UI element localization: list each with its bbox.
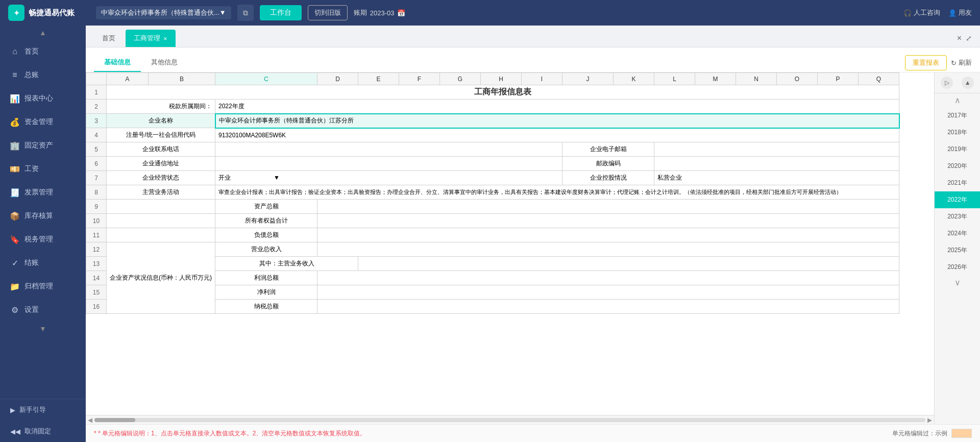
subtab-basic[interactable]: 基础信息 [94, 54, 141, 72]
postal-value-cell[interactable] [654, 157, 899, 171]
period-value-cell[interactable]: 2022年度 [215, 100, 899, 114]
net-profit-label: 净利润 [215, 285, 317, 300]
company-selector[interactable]: 中审众环会计师事务所（特殊普通合伙...▼ [96, 6, 231, 19]
col-header-a[interactable]: A [107, 73, 149, 85]
subtab-actions: 重置报表 ↻ 刷新 [905, 55, 972, 70]
year-item[interactable]: 2025年 [935, 242, 980, 259]
col-header-l[interactable]: L [654, 73, 695, 85]
hscroll-right-arrow[interactable]: ▶ [927, 416, 932, 424]
year-expand-button[interactable]: ▲ [962, 77, 974, 89]
user-profile[interactable]: 👤 用友 [948, 8, 972, 17]
col-header-e[interactable]: E [358, 73, 399, 85]
sidebar-item-tax[interactable]: 🔖 税务管理 [0, 228, 86, 251]
sidebar-item-funds[interactable]: 💰 资金管理 [0, 110, 86, 134]
tab-business[interactable]: 工商管理 × [126, 30, 176, 47]
year-item[interactable]: 2020年 [935, 158, 980, 175]
year-item[interactable]: 2022年 [935, 191, 980, 208]
col-header-rownum [86, 73, 107, 85]
tax-total-value[interactable] [317, 300, 899, 314]
col-header-c[interactable]: C [215, 73, 317, 85]
sidebar-item-ledger[interactable]: ≡ 总账 [0, 63, 86, 87]
hscroll-thumb[interactable] [94, 418, 135, 422]
net-profit-value[interactable] [317, 285, 899, 300]
reset-report-button[interactable]: 重置报表 [905, 55, 947, 70]
col-header-b[interactable]: B [148, 73, 215, 85]
profit-value[interactable] [317, 271, 899, 285]
main-biz-value[interactable]: 审查企业会计报表；出具审计报告；验证企业资本；出具验资报告；办理企业合开、分立、… [215, 185, 899, 200]
col-header-i[interactable]: I [522, 73, 562, 85]
phone-value-cell[interactable] [215, 142, 562, 157]
user-service[interactable]: 🎧 人工咨询 [903, 8, 940, 17]
copy-button[interactable]: ⧉ [237, 5, 254, 21]
sidebar-item-payroll[interactable]: 💴 工资 [0, 157, 86, 181]
year-nav-down[interactable]: ∨ [935, 276, 980, 289]
tab-close-icon[interactable]: × [163, 35, 167, 42]
col-header-g[interactable]: G [440, 73, 481, 85]
new-guide-button[interactable]: ▶ 新手引导 [0, 399, 86, 421]
sidebar-scroll-down[interactable]: ▼ [0, 322, 86, 336]
sidebar-item-invoice[interactable]: 🧾 发票管理 [0, 181, 86, 204]
year-item[interactable]: 2024年 [935, 225, 980, 242]
calendar-icon[interactable]: 📅 [397, 9, 405, 17]
col-header-n[interactable]: N [736, 73, 777, 85]
col-header-j[interactable]: J [562, 73, 614, 85]
year-collapse-button[interactable]: ▷ [941, 77, 953, 89]
refresh-button[interactable]: ↻ 刷新 [951, 58, 972, 67]
sidebar-item-home[interactable]: ⌂ 首页 [0, 40, 86, 63]
year-item[interactable]: 2018年 [935, 124, 980, 141]
sidebar-scroll-up[interactable]: ▲ [0, 26, 86, 40]
col-header-m[interactable]: M [695, 73, 736, 85]
sidebar-item-inventory[interactable]: 📦 库存核算 [0, 204, 86, 228]
revenue-label: 营业总收入 [215, 242, 317, 257]
col-header-h[interactable]: H [481, 73, 522, 85]
revenue-value[interactable] [317, 242, 899, 257]
sidebar-down-arrow[interactable]: ▼ [38, 324, 47, 334]
title-cell[interactable]: 工商年报信息表 [107, 85, 899, 100]
col-header-d[interactable]: D [317, 73, 358, 85]
liab-value[interactable] [317, 228, 899, 242]
unpin-button[interactable]: ◀◀ 取消固定 [0, 421, 86, 442]
sidebar-item-settings[interactable]: ⚙ 设置 [0, 298, 86, 322]
year-nav-up[interactable]: ∧ [935, 93, 980, 107]
email-value-cell[interactable] [654, 142, 899, 157]
regcode-value-cell[interactable]: 91320100MA208E5W6K [215, 128, 899, 142]
year-item[interactable]: 2017年 [935, 107, 980, 124]
total-assets-value[interactable] [317, 200, 899, 214]
spreadsheet-scroll[interactable]: A B C D E F G H I J [86, 72, 934, 415]
sidebar-item-close[interactable]: ✓ 结账 [0, 251, 86, 275]
sidebar-up-arrow[interactable]: ▲ [38, 28, 47, 38]
footer-hint-star: * [94, 430, 98, 437]
sidebar-item-reports[interactable]: 📊 报表中心 [0, 87, 86, 110]
col-header-o[interactable]: O [777, 73, 818, 85]
year-item[interactable]: 2023年 [935, 208, 980, 225]
hscroll-track[interactable] [94, 418, 925, 422]
table-row: 5 企业联系电话 企业电子邮箱 [86, 142, 899, 157]
sidebar-item-assets[interactable]: 🏢 固定资产 [0, 134, 86, 157]
sidebar-item-archive[interactable]: 📁 归档管理 [0, 275, 86, 298]
sidebar-label-invoice: 发票管理 [24, 188, 53, 197]
company-value-cell[interactable]: 中审众环会计师事务所（特殊普通合伙）江苏分所 [215, 114, 899, 128]
biz-status-value[interactable]: 开业 ▼ [215, 171, 562, 185]
hscroll-left-arrow[interactable]: ◀ [88, 416, 92, 424]
old-version-button[interactable]: 切到旧版 [308, 5, 348, 20]
row-num-1: 1 [86, 85, 107, 100]
col-header-q[interactable]: Q [859, 73, 899, 85]
year-item[interactable]: 2026年 [935, 259, 980, 276]
sidebar-label-archive: 归档管理 [24, 282, 53, 291]
window-expand-icon[interactable]: ⤢ [966, 34, 972, 42]
col-header-p[interactable]: P [818, 73, 859, 85]
window-close-icon[interactable]: × [957, 34, 962, 43]
holding-value[interactable]: 私营企业 [654, 171, 899, 185]
col-header-f[interactable]: F [399, 73, 440, 85]
year-item[interactable]: 2019年 [935, 141, 980, 158]
subtab-other[interactable]: 其他信息 [141, 54, 188, 72]
year-item[interactable]: 2021年 [935, 175, 980, 191]
main-revenue-value[interactable] [358, 257, 899, 271]
address-value-cell[interactable] [215, 157, 562, 171]
equity-value[interactable] [317, 214, 899, 228]
tab-home[interactable]: 首页 [94, 30, 124, 47]
col-header-k[interactable]: K [614, 73, 654, 85]
workbench-button[interactable]: 工作台 [260, 5, 302, 20]
equity-spacer [107, 214, 215, 228]
horizontal-scrollbar[interactable]: ◀ ▶ [86, 415, 934, 424]
